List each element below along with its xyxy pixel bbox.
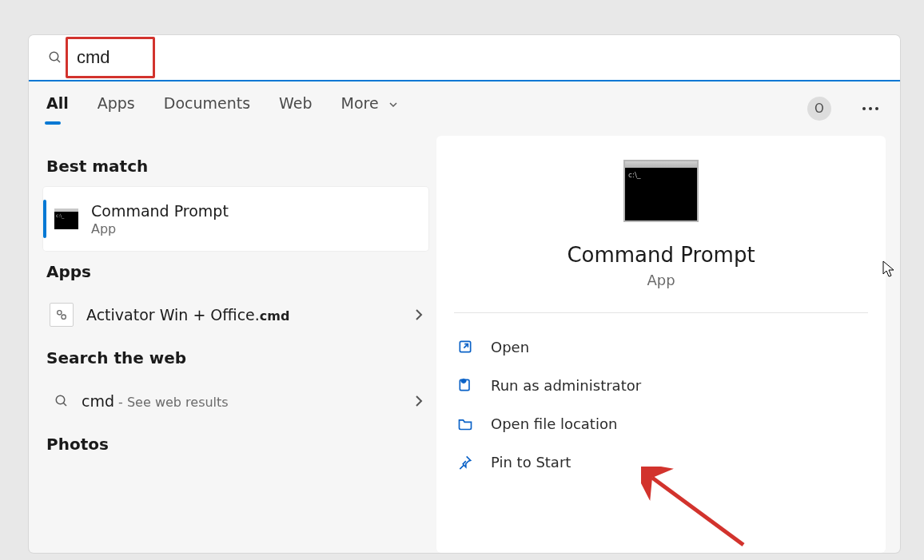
action-label: Run as administrator [491, 377, 641, 394]
svg-point-6 [62, 315, 66, 319]
chevron-down-icon [388, 100, 398, 109]
search-bar [29, 35, 900, 81]
command-prompt-icon [54, 209, 78, 229]
avatar[interactable]: O [807, 97, 831, 121]
action-list: Open Run as administrator Open file loca… [454, 328, 868, 481]
action-label: Open [491, 339, 529, 355]
section-photos: Photos [46, 435, 428, 454]
folder-icon [457, 415, 473, 431]
svg-point-7 [56, 395, 65, 404]
svg-point-2 [862, 107, 866, 110]
start-search-panel: All Apps Documents Web More O Best match… [29, 35, 900, 553]
results-body: Best match Command Prompt App Apps Activ… [29, 136, 900, 553]
result-text: Command Prompt App [91, 202, 229, 236]
details-subtitle: App [647, 272, 675, 288]
chevron-right-icon [414, 308, 424, 322]
gear-icon [50, 303, 74, 327]
pin-icon [457, 454, 473, 470]
result-activator[interactable]: Activator Win + Office.cmd [43, 292, 428, 337]
action-run-as-administrator[interactable]: Run as administrator [454, 366, 868, 404]
svg-line-1 [57, 59, 60, 62]
divider [454, 312, 868, 313]
section-apps: Apps [46, 262, 428, 281]
more-options-button[interactable] [857, 95, 884, 122]
search-icon [48, 50, 62, 65]
action-label: Pin to Start [491, 454, 571, 471]
chevron-right-icon [414, 394, 424, 408]
svg-point-3 [869, 107, 872, 110]
tab-more-label: More [341, 94, 379, 112]
svg-point-4 [875, 107, 878, 110]
result-text: Activator Win + Office.cmd [86, 306, 289, 324]
ellipsis-icon [862, 106, 879, 111]
results-left-column: Best match Command Prompt App Apps Activ… [29, 136, 436, 553]
svg-line-8 [63, 403, 66, 406]
action-open[interactable]: Open [454, 328, 868, 366]
result-web-cmd[interactable]: cmd - See web results [43, 379, 428, 423]
tab-documents[interactable]: Documents [162, 88, 252, 129]
tab-apps[interactable]: Apps [96, 88, 137, 129]
details-pane: Command Prompt App Open Run as administr… [436, 136, 886, 553]
shield-icon [457, 377, 473, 393]
open-icon [457, 339, 473, 355]
details-title: Command Prompt [567, 243, 755, 267]
result-title: Command Prompt [91, 202, 229, 220]
web-suffix: - See web results [114, 395, 229, 410]
result-subtitle: App [91, 221, 229, 236]
web-query: cmd [82, 392, 114, 410]
result-title-prefix: Activator Win + Office. [86, 306, 260, 324]
section-best-match: Best match [46, 157, 428, 176]
search-icon [54, 394, 69, 408]
filter-tabs: All Apps Documents Web More O [29, 81, 900, 136]
result-command-prompt[interactable]: Command Prompt App [43, 187, 428, 251]
tab-more[interactable]: More [340, 88, 400, 129]
search-input[interactable] [77, 47, 317, 68]
command-prompt-icon [623, 160, 699, 222]
tab-all[interactable]: All [45, 88, 70, 129]
svg-point-0 [50, 52, 58, 61]
action-pin-to-start[interactable]: Pin to Start [454, 443, 868, 481]
selection-indicator [43, 200, 46, 238]
section-web: Search the web [46, 348, 428, 367]
result-text: cmd - See web results [82, 392, 229, 410]
action-label: Open file location [491, 415, 617, 432]
tab-web[interactable]: Web [277, 88, 313, 129]
result-title-match: cmd [260, 308, 290, 324]
action-open-file-location[interactable]: Open file location [454, 404, 868, 443]
svg-point-5 [58, 311, 62, 315]
